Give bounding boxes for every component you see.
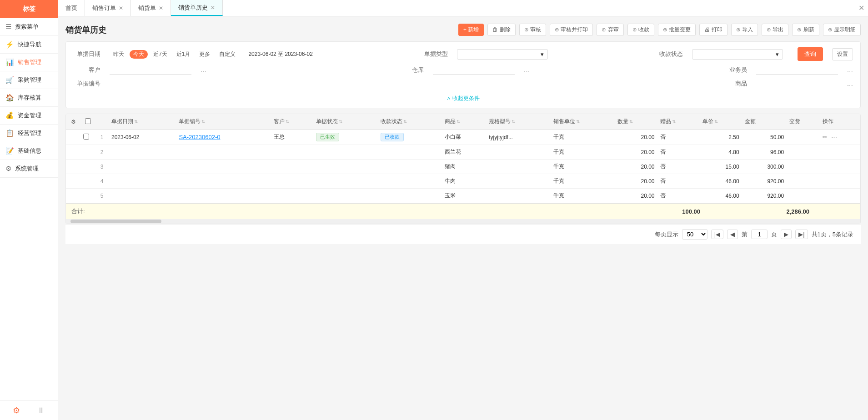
tab-sales-delivery[interactable]: 销货单 ✕ (131, 0, 171, 16)
doc-no-link[interactable]: SA-20230602-0 (179, 134, 220, 140)
print-button[interactable]: 🖨 打印 (699, 24, 727, 36)
cell-action[interactable] (820, 160, 860, 174)
cell-amount: 920.00 (742, 174, 787, 189)
batch-change-button[interactable]: ⊙ 批量变更 (658, 24, 696, 36)
collect-status-select[interactable]: ▾ (692, 49, 783, 60)
date-pill-yesterday[interactable]: 昨天 (110, 50, 128, 59)
cell-action[interactable]: ✏⋯ (820, 130, 860, 145)
cell-action[interactable] (820, 145, 860, 160)
date-pill-today[interactable]: 今天 (130, 50, 148, 59)
date-pill-7days[interactable]: 近7天 (150, 50, 171, 59)
sidebar-collapse-icon[interactable]: ⏸ (37, 406, 45, 415)
col-doc-status-header[interactable]: 单据状态⇅ (313, 114, 378, 130)
cell-price: 46.00 (700, 174, 742, 189)
settings-button[interactable]: 设置 (832, 48, 853, 60)
collect-button[interactable]: ⊙ 收款 (627, 24, 654, 36)
per-page-select[interactable]: 50 20 100 (682, 229, 707, 240)
sidebar-item-quick-nav[interactable]: ⚡ 快捷导航 (0, 36, 58, 54)
new-button[interactable]: + 新增 (458, 24, 484, 36)
import-button[interactable]: ⊙ 导入 (731, 24, 758, 36)
delete-button[interactable]: 🗑 删除 (487, 24, 515, 36)
tab-sales-history-close[interactable]: ✕ (211, 5, 215, 11)
date-pill-1month[interactable]: 近1月 (173, 50, 194, 59)
row-checkbox[interactable] (83, 134, 89, 140)
sidebar-item-basic-info[interactable]: 📝 基础信息 (0, 142, 58, 160)
abandon-button[interactable]: ⊙ 弃审 (597, 24, 623, 36)
goods-dots[interactable]: ... (847, 80, 853, 88)
next-page-button[interactable]: ▶ (781, 230, 792, 239)
cell-check[interactable] (80, 189, 95, 203)
cell-check[interactable] (80, 130, 95, 145)
col-price-header[interactable]: 单价⇅ (700, 114, 742, 130)
cell-doc-status (313, 145, 378, 160)
export-button[interactable]: ⊙ 导出 (762, 24, 788, 36)
col-date-header[interactable]: 单据日期⇅ (109, 114, 176, 130)
sidebar-item-inventory[interactable]: 🏠 库存核算 (0, 89, 58, 107)
sidebar-item-purchase-mgmt[interactable]: 🛒 采购管理 (0, 71, 58, 89)
cell-qty: 20.00 (615, 160, 657, 174)
cell-qty: 20.00 (615, 130, 657, 145)
warehouse-dots[interactable]: ... (524, 66, 530, 74)
date-pill-more[interactable]: 更多 (196, 50, 214, 59)
col-customer-header[interactable]: 客户⇅ (271, 114, 313, 130)
salesperson-input[interactable] (756, 65, 838, 75)
collapse-button[interactable]: ∧ 收起更条件 (73, 93, 853, 102)
refresh-button[interactable]: ⊙ 刷新 (792, 24, 819, 36)
more-icon[interactable]: ⋯ (831, 134, 837, 140)
warehouse-label: 仓库 (396, 66, 424, 74)
col-settings-header[interactable]: ⚙ (66, 114, 80, 130)
sidebar-item-finance[interactable]: 💰 资金管理 (0, 107, 58, 125)
last-page-button[interactable]: ▶| (795, 230, 808, 239)
select-all-checkbox[interactable] (85, 118, 91, 124)
tab-bar-close-all[interactable]: ✕ (858, 4, 868, 12)
filter-row-1: 单据日期 昨天 今天 近7天 近1月 更多 自定义 2023-06-02 至 2… (73, 47, 853, 61)
page-header: 销货单历史 + 新增 🗑 删除 ⊙ 审核 ⊙ 审核并打印 ⊙ 弃审 ⊙ 收款 ⊙… (65, 24, 861, 36)
sidebar-item-operations[interactable]: 📋 经营管理 (0, 125, 58, 142)
query-button[interactable]: 查询 (798, 47, 823, 61)
cell-check[interactable] (80, 174, 95, 189)
prev-page-button[interactable]: ◀ (727, 230, 738, 239)
col-unit-header[interactable]: 销售单位⇅ (551, 114, 615, 130)
page-number-input[interactable] (751, 230, 768, 239)
doc-no-input[interactable] (110, 79, 210, 88)
tab-home[interactable]: 首页 (58, 0, 85, 16)
date-pill-custom[interactable]: 自定义 (216, 50, 239, 59)
cell-action[interactable] (820, 189, 860, 203)
col-check-header[interactable] (80, 114, 95, 130)
tab-sales-history[interactable]: 销货单历史 ✕ (171, 0, 223, 16)
customer-dots[interactable]: ... (201, 66, 206, 74)
cell-action[interactable] (820, 174, 860, 189)
sidebar-item-search-menu[interactable]: ☰ 搜索菜单 (0, 18, 58, 36)
display-button[interactable]: ⊙ 显示明细 (823, 24, 861, 36)
audit-print-button[interactable]: ⊙ 审核并打印 (550, 24, 593, 36)
audit-button[interactable]: ⊙ 审核 (519, 24, 546, 36)
scrollbar-thumb[interactable] (70, 220, 161, 223)
first-page-button[interactable]: |◀ (711, 230, 723, 239)
col-amount-header[interactable]: 金额 (742, 114, 787, 130)
cell-unit: 千克 (551, 174, 615, 189)
collect-status-arrow: ▾ (776, 51, 779, 58)
col-gift-header[interactable]: 赠品⇅ (657, 114, 700, 130)
sidebar-item-system-mgmt[interactable]: ⚙ 系统管理 (0, 160, 58, 178)
sales-mgmt-icon: 📊 (5, 58, 14, 66)
sidebar-item-sales-mgmt[interactable]: 📊 销售管理 (0, 54, 58, 71)
col-goods-header[interactable]: 商品⇅ (442, 114, 486, 130)
cell-no[interactable]: SA-20230602-0 (176, 130, 271, 145)
goods-input[interactable] (756, 79, 838, 88)
cell-check[interactable] (80, 145, 95, 160)
horizontal-scrollbar[interactable] (66, 219, 860, 224)
tab-sales-order[interactable]: 销售订单 ✕ (85, 0, 131, 16)
col-qty-header[interactable]: 数量⇅ (615, 114, 657, 130)
sidebar-settings-icon[interactable]: ⚙ (13, 405, 20, 415)
col-spec-header[interactable]: 规格型号⇅ (486, 114, 551, 130)
salesperson-dots[interactable]: ... (847, 66, 853, 74)
tab-sales-delivery-close[interactable]: ✕ (159, 5, 163, 11)
edit-icon[interactable]: ✏ (823, 134, 828, 140)
warehouse-input[interactable] (433, 65, 515, 75)
col-no-header[interactable]: 单据编号⇅ (176, 114, 271, 130)
col-collect-status-header[interactable]: 收款状态⇅ (378, 114, 442, 130)
customer-input[interactable] (110, 65, 191, 75)
cell-check[interactable] (80, 160, 95, 174)
tab-sales-order-close[interactable]: ✕ (119, 5, 123, 11)
doc-type-select[interactable]: ▾ (457, 49, 548, 60)
